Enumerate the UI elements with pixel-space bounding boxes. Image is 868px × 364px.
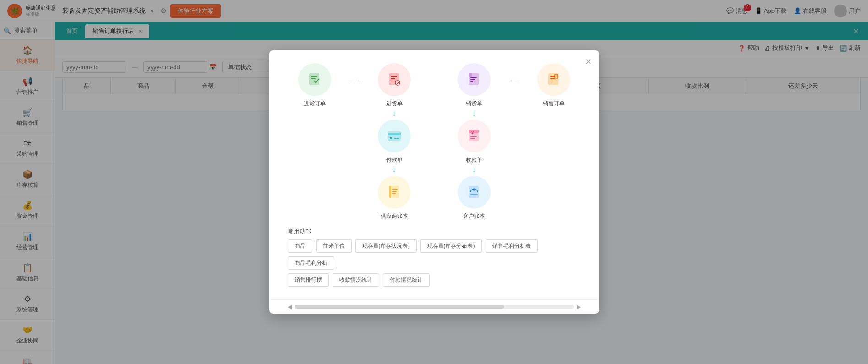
scroll-left-arrow[interactable]: ◀ [288, 304, 292, 310]
svg-rect-55 [555, 74, 558, 78]
svg-rect-47 [469, 73, 472, 77]
purchase-bill-circle [378, 63, 411, 96]
modal-scrollbar: ◀ ▶ [269, 299, 599, 314]
quick-functions-section: 常用功能 商品 往来单位 现存量(库存状况表) 现存量(库存分布表) 销售毛利分… [288, 228, 581, 287]
svg-rect-57 [388, 133, 401, 135]
qfunc-btn-1[interactable]: 往来单位 [316, 239, 352, 253]
svg-point-71 [473, 188, 475, 191]
flow-receipt-bill[interactable]: ¥ 收款单 [447, 120, 501, 164]
qfunc-btn-2[interactable]: 现存量(库存状况表) [355, 239, 417, 253]
svg-rect-49 [470, 79, 475, 80]
svg-rect-40 [311, 78, 316, 79]
modal-v2-body: 进货订单 - - → [269, 50, 599, 294]
quick-buttons-grid-2: 销售排行榜 收款情况统计 付款情况统计 [288, 273, 581, 287]
qfunc-btn-7[interactable]: 收款情况统计 [333, 273, 379, 287]
svg-rect-43 [391, 78, 395, 79]
customer-ledger-circle [458, 176, 491, 209]
quick-buttons-grid: 商品 往来单位 现存量(库存状况表) 现存量(库存分布表) 销售毛利分析表 商品… [288, 239, 581, 270]
flow-sales-order[interactable]: 销售订单 [527, 63, 581, 108]
flow-diagram: 进货订单 - - → [288, 63, 581, 220]
sales-bill-circle [458, 63, 491, 96]
svg-rect-48 [470, 77, 477, 78]
qfunc-btn-3[interactable]: 现存量(库存分布表) [420, 239, 482, 253]
svg-text:¥: ¥ [471, 130, 474, 135]
receipt-bill-circle: ¥ [458, 120, 491, 152]
svg-rect-44 [391, 81, 394, 81]
down-arrow-pay: ↓ [367, 164, 421, 176]
svg-rect-69 [392, 193, 396, 194]
flow-purchase-bill[interactable]: 进货单 [367, 63, 421, 108]
scroll-right-arrow[interactable]: ▶ [577, 304, 581, 310]
svg-rect-68 [392, 191, 397, 192]
qfunc-btn-4[interactable]: 销售毛利分析表 [486, 239, 538, 253]
svg-rect-54 [550, 81, 553, 81]
svg-rect-42 [391, 76, 397, 77]
modal-v2-close-button[interactable]: ✕ [585, 57, 592, 67]
arrow-so-to-sb: ←- - [501, 63, 527, 86]
qfunc-btn-5[interactable]: 商品毛利分析 [288, 256, 334, 270]
svg-rect-70 [469, 186, 479, 198]
svg-rect-59 [394, 138, 399, 139]
quick-functions-title: 常用功能 [288, 228, 581, 236]
qfunc-btn-6[interactable]: 销售排行榜 [288, 273, 329, 287]
purchase-order-circle [298, 63, 331, 96]
scrollbar-thumb [295, 305, 504, 309]
flow-payment-bill[interactable]: ¥ 付款单 [367, 120, 421, 164]
svg-rect-63 [470, 136, 477, 137]
payment-bill-circle: ¥ [378, 120, 411, 152]
down-arrow-pb: ↓ [367, 108, 421, 120]
modal-v2-dialog: ✕ 进货订单 [269, 50, 599, 314]
down-arrow-rec: ↓ [447, 164, 501, 176]
down-arrow-sb: ↓ [447, 108, 501, 120]
svg-rect-67 [392, 189, 398, 190]
modal-v2-overlay[interactable]: ✕ 进货订单 [0, 0, 868, 364]
qfunc-btn-0[interactable]: 商品 [288, 239, 312, 253]
svg-rect-66 [389, 186, 391, 198]
scrollbar-track[interactable] [295, 305, 574, 309]
flow-customer-ledger[interactable]: 客户账本 [447, 176, 501, 220]
svg-rect-64 [470, 138, 475, 139]
qfunc-btn-8[interactable]: 付款情况统计 [383, 273, 430, 287]
arrow-po-to-pb: - - → [342, 63, 367, 86]
flow-sales-bill[interactable]: 销货单 [447, 63, 501, 108]
flow-purchase-order[interactable]: 进货订单 [288, 63, 342, 108]
svg-rect-39 [311, 76, 317, 77]
svg-rect-72 [470, 194, 478, 195]
flow-supplier-ledger[interactable]: 供应商账本 [367, 176, 421, 220]
supplier-ledger-circle [378, 176, 411, 209]
svg-rect-53 [550, 78, 555, 79]
svg-text:¥: ¥ [389, 136, 393, 141]
svg-rect-50 [470, 81, 473, 82]
sales-order-circle [537, 63, 570, 96]
